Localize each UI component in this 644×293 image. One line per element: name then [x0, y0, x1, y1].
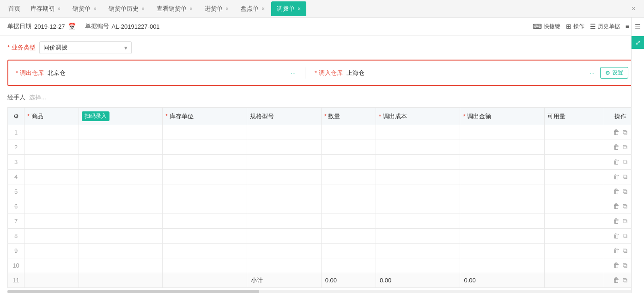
row-amount-7 [460, 214, 545, 229]
col-scan: 扫码录入 [79, 108, 163, 125]
row-unit-11 [163, 273, 247, 288]
row-qty-2[interactable] [321, 140, 376, 155]
row-unit-8 [163, 229, 247, 244]
tab-sales-order[interactable]: 销货单 × [67, 1, 102, 16]
row-scan-8 [79, 229, 163, 244]
row-amount-6 [460, 199, 545, 214]
copy-icon-2[interactable]: ⧉ [622, 143, 628, 151]
in-warehouse-more-button[interactable]: ··· [589, 69, 595, 76]
row-goods-1[interactable] [24, 125, 79, 140]
row-qty-3[interactable] [321, 155, 376, 170]
close-sales-history[interactable]: × [141, 6, 145, 12]
delete-icon-6[interactable]: 🗑 [612, 202, 620, 210]
row-qty-7[interactable] [321, 214, 376, 229]
row-scan-6 [79, 199, 163, 214]
row-goods-9[interactable] [24, 244, 79, 258]
settings-gear-icon: ⚙ [605, 70, 610, 76]
delete-icon-2[interactable]: 🗑 [612, 143, 620, 151]
row-qty-1[interactable] [321, 125, 376, 140]
row-goods-7[interactable] [24, 214, 79, 229]
col-transfer-amount: 调出金额 [460, 108, 545, 125]
delete-icon-3[interactable]: 🗑 [612, 158, 620, 165]
shortcut-button[interactable]: ⌨ 快捷键 [533, 23, 560, 31]
tab-inventory-init[interactable]: 库存期初 × [25, 1, 66, 16]
copy-icon-3[interactable]: ⧉ [622, 158, 628, 165]
calendar-icon[interactable]: 📅 [68, 23, 76, 30]
close-transfer-order[interactable]: × [298, 6, 301, 12]
tab-inventory-check[interactable]: 盘点单 × [235, 1, 270, 16]
date-value[interactable]: 2019-12-27 [34, 23, 65, 30]
tab-view-sales[interactable]: 查看销货单 × [151, 1, 198, 16]
col-gear[interactable]: ⚙ [8, 108, 24, 125]
operation-button[interactable]: ⊞ 操作 [566, 23, 584, 31]
col-spec: 规格型号 [247, 108, 321, 125]
close-sales-order[interactable]: × [93, 6, 97, 12]
row-qty-10[interactable] [321, 258, 376, 273]
tab-home[interactable]: 首页 [4, 5, 25, 13]
delete-icon-9[interactable]: 🗑 [612, 247, 620, 254]
row-goods-8[interactable] [24, 229, 79, 244]
delete-icon-7[interactable]: 🗑 [612, 217, 620, 225]
form-section: 业务类型 同价调拨 ▾ [0, 36, 644, 60]
scan-button[interactable]: 扫码录入 [82, 111, 109, 121]
layout-list-icon[interactable]: ≡ [626, 23, 629, 30]
row-cost-1 [376, 125, 460, 140]
row-goods-11[interactable] [24, 273, 79, 288]
row-available-5 [545, 184, 604, 199]
right-panel-expand-icon[interactable]: ⤢ [632, 36, 644, 49]
delete-icon-1[interactable]: 🗑 [612, 128, 620, 136]
delete-icon-11[interactable]: 🗑 [612, 276, 620, 284]
row-scan-10 [79, 258, 163, 273]
col-unit: 库存单位 [163, 108, 247, 125]
business-type-select[interactable]: 同价调拨 ▾ [39, 41, 132, 54]
copy-icon-5[interactable]: ⧉ [622, 188, 628, 195]
scroll-thumb[interactable] [7, 290, 259, 293]
row-qty-8[interactable] [321, 229, 376, 244]
row-goods-4[interactable] [24, 170, 79, 184]
row-goods-6[interactable] [24, 199, 79, 214]
window-close-button[interactable]: × [627, 5, 640, 13]
copy-icon-6[interactable]: ⧉ [622, 202, 628, 210]
row-qty-5[interactable] [321, 184, 376, 199]
copy-icon-7[interactable]: ⧉ [622, 217, 628, 225]
row-qty-4[interactable] [321, 170, 376, 184]
row-cost-5 [376, 184, 460, 199]
close-inventory-init[interactable]: × [57, 6, 61, 12]
right-panel-list-icon[interactable]: ☰ [632, 20, 644, 33]
tab-sales-history[interactable]: 销货单历史 × [103, 1, 150, 16]
settings-button[interactable]: ⚙ 设置 [600, 67, 628, 79]
tab-transfer-order[interactable]: 调拨单 × [271, 1, 306, 16]
history-icon: ☰ [590, 23, 596, 30]
handler-select[interactable]: 选择... [29, 93, 628, 102]
row-goods-10[interactable] [24, 258, 79, 273]
out-warehouse-more-button[interactable]: ··· [291, 69, 296, 76]
row-goods-5[interactable] [24, 184, 79, 199]
horizontal-scrollbar[interactable] [7, 290, 637, 293]
row-scan-9 [79, 244, 163, 258]
row-amount-5 [460, 184, 545, 199]
copy-icon-11[interactable]: ⧉ [622, 276, 628, 284]
history-label: 历史单据 [598, 23, 620, 31]
shortcut-label: 快捷键 [544, 23, 560, 31]
row-qty-6[interactable] [321, 199, 376, 214]
tab-purchase-order[interactable]: 进货单 × [199, 1, 234, 16]
copy-icon-4[interactable]: ⧉ [622, 173, 628, 180]
close-view-sales[interactable]: × [189, 6, 193, 12]
delete-icon-10[interactable]: 🗑 [612, 262, 620, 269]
copy-icon-10[interactable]: ⧉ [622, 262, 628, 269]
close-inventory-check[interactable]: × [261, 6, 265, 12]
row-goods-2[interactable] [24, 140, 79, 155]
copy-icon-1[interactable]: ⧉ [622, 128, 628, 136]
delete-icon-5[interactable]: 🗑 [612, 188, 620, 195]
subtotal-qty: 0.00 [321, 273, 376, 288]
row-spec-1 [247, 125, 321, 140]
copy-icon-8[interactable]: ⧉ [622, 232, 628, 239]
copy-icon-9[interactable]: ⧉ [622, 247, 628, 254]
row-qty-9[interactable] [321, 244, 376, 258]
row-unit-2 [163, 140, 247, 155]
close-purchase-order[interactable]: × [225, 6, 229, 12]
history-button[interactable]: ☰ 历史单据 [590, 23, 620, 31]
row-goods-3[interactable] [24, 155, 79, 170]
delete-icon-8[interactable]: 🗑 [612, 232, 620, 239]
delete-icon-4[interactable]: 🗑 [612, 173, 620, 180]
